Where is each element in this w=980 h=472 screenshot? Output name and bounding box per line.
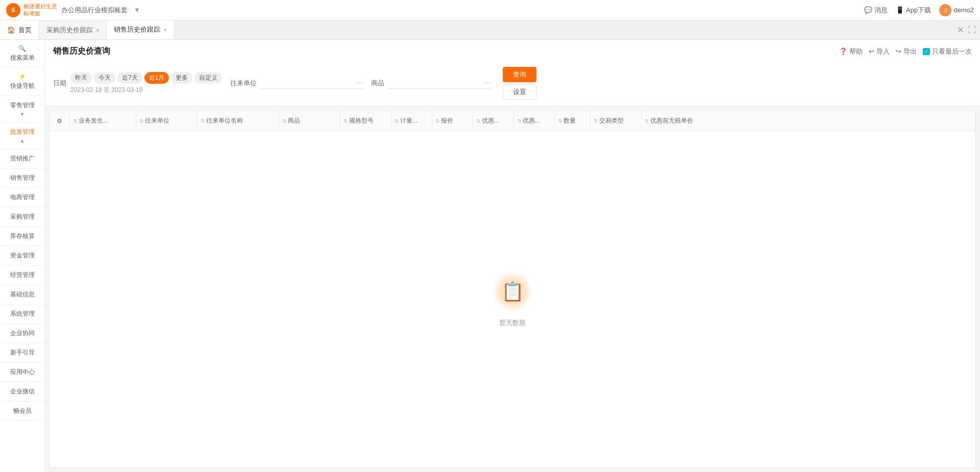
th-measure[interactable]: ⇅ 计量... bbox=[391, 112, 432, 129]
date-buttons: 昨天 今天 近7天 近1月 更多 自定义 bbox=[70, 72, 222, 84]
help-icon: ❓ bbox=[839, 48, 847, 55]
th-spec[interactable]: ⇅ 规格型号 bbox=[340, 112, 391, 129]
sidebar-item-finance[interactable]: 资金管理 bbox=[0, 246, 44, 266]
sort-icon-discount2: ⇅ bbox=[517, 118, 521, 124]
th-discount1[interactable]: ⇅ 优惠... bbox=[473, 112, 514, 129]
sidebar-item-quick[interactable]: ⚡ 快捷导航 bbox=[0, 68, 44, 96]
tab-sales[interactable]: 销售历史价跟踪 × bbox=[107, 20, 174, 39]
date-btn-custom[interactable]: 自定义 bbox=[194, 72, 222, 84]
unit-dots-button[interactable]: ··· bbox=[356, 78, 363, 87]
sidebar-item-enterprise-wx[interactable]: 企业微信 bbox=[0, 382, 44, 402]
tabbar: 🏠 首页 采购历史价跟踪 × 销售历史价跟踪 × ✕ ⛶ bbox=[0, 20, 980, 40]
date-btn-today[interactable]: 今天 bbox=[94, 72, 115, 84]
th-product[interactable]: ⇅ 商品 bbox=[279, 112, 340, 129]
content-area: 销售历史价查询 ❓ 帮助 ↩ 导入 ↪ 导出 ✓ bbox=[45, 40, 980, 472]
sidebar-item-purchase[interactable]: 采购管理 bbox=[0, 207, 44, 227]
date-btn-yesterday[interactable]: 昨天 bbox=[70, 72, 92, 84]
user-menu[interactable]: d demo2 bbox=[939, 4, 974, 16]
sidebar-item-app-center[interactable]: 应用中心 bbox=[0, 363, 44, 382]
unit-filter-group: 往来单位 ··· bbox=[230, 78, 363, 89]
sidebar-item-search[interactable]: 🔍 搜索菜单 bbox=[0, 40, 44, 68]
date-btn-last7[interactable]: 近7天 bbox=[117, 72, 142, 84]
sidebar-item-inventory[interactable]: 库存核算 bbox=[0, 227, 44, 246]
home-icon: 🏠 bbox=[7, 26, 15, 34]
product-input-wrap: ··· bbox=[388, 78, 491, 89]
logo-area: 6 畅捷通好生意 标准版 bbox=[6, 3, 57, 17]
empty-illustration: 📋 bbox=[492, 271, 533, 312]
unit-input-wrap: ··· bbox=[261, 78, 363, 89]
sort-icon-unit: ⇅ bbox=[139, 118, 143, 124]
app-download-button[interactable]: 📱 App下载 bbox=[896, 6, 931, 15]
product-input[interactable] bbox=[388, 79, 482, 86]
message-button[interactable]: 💬 消息 bbox=[864, 6, 888, 15]
unit-filter-label: 往来单位 bbox=[230, 79, 257, 88]
date-btn-more[interactable]: 更多 bbox=[171, 72, 192, 84]
maximize-button[interactable]: ⛶ bbox=[968, 26, 976, 35]
page-title: 销售历史价查询 bbox=[53, 46, 110, 57]
sort-icon-trade: ⇅ bbox=[594, 118, 598, 124]
sort-icon-notax: ⇅ bbox=[645, 118, 649, 124]
close-sales-tab[interactable]: × bbox=[163, 27, 166, 33]
tab-home[interactable]: 🏠 首页 bbox=[0, 20, 39, 39]
avatar: d bbox=[939, 4, 951, 16]
date-filter-group: 日期 昨天 今天 近7天 近1月 更多 自定义 2023-02-18 至 202… bbox=[53, 72, 222, 95]
tab-spacer bbox=[175, 20, 953, 39]
query-button[interactable]: 查询 bbox=[503, 67, 536, 82]
sidebar-item-wholesale[interactable]: 批发管理 ▲ bbox=[0, 123, 44, 149]
message-icon: 💬 bbox=[864, 6, 872, 14]
topbar-right: 💬 消息 📱 App下载 d demo2 bbox=[864, 4, 974, 16]
page-header: 销售历史价查询 ❓ 帮助 ↩ 导入 ↪ 导出 ✓ bbox=[45, 40, 980, 106]
table-header: ⚙ ⇅ 业务发生... ⇅ 往来单位 ⇅ 往来单位名称 ⇅ 商品 bbox=[50, 111, 975, 131]
product-dots-button[interactable]: ··· bbox=[484, 78, 491, 87]
sort-icon-discount1: ⇅ bbox=[476, 118, 480, 124]
th-notax-price[interactable]: ⇅ 优惠前无税单价 bbox=[642, 112, 975, 129]
import-button[interactable]: ↩ 导入 bbox=[869, 47, 890, 56]
sidebar-item-newbie[interactable]: 新手引导 bbox=[0, 343, 44, 363]
export-icon: ↪ bbox=[896, 48, 901, 55]
sidebar-item-retail[interactable]: 零售管理 ▼ bbox=[0, 96, 44, 123]
sort-icon-price: ⇅ bbox=[435, 118, 439, 124]
sidebar-item-enterprise[interactable]: 企业协同 bbox=[0, 324, 44, 343]
sidebar-item-basic[interactable]: 基础信息 bbox=[0, 285, 44, 304]
th-unit-name[interactable]: ⇅ 往来单位名称 bbox=[198, 112, 279, 129]
only-last-checkbox[interactable]: ✓ 只看最后一次 bbox=[923, 47, 972, 56]
unit-input[interactable] bbox=[261, 79, 354, 86]
checkbox-icon: ✓ bbox=[923, 48, 930, 55]
th-trade-type[interactable]: ⇅ 交易类型 bbox=[591, 112, 642, 129]
sidebar-item-vip[interactable]: 畅会员 bbox=[0, 402, 44, 421]
help-button[interactable]: ❓ 帮助 bbox=[839, 47, 863, 56]
page-title-row: 销售历史价查询 ❓ 帮助 ↩ 导入 ↪ 导出 ✓ bbox=[53, 46, 972, 57]
tab-purchase[interactable]: 采购历史价跟踪 × bbox=[39, 20, 107, 39]
main-layout: 🔍 搜索菜单 ⚡ 快捷导航 零售管理 ▼ 批发管理 ▲ 营销推广 销售管理 电商… bbox=[0, 40, 980, 472]
sort-icon-qty: ⇅ bbox=[558, 118, 562, 124]
search-icon: 🔍 bbox=[18, 45, 26, 52]
topbar-dropdown-icon[interactable]: ▼ bbox=[134, 6, 140, 14]
sidebar-item-ecommerce[interactable]: 电商管理 bbox=[0, 188, 44, 207]
gear-icon: ⚙ bbox=[57, 117, 62, 125]
sort-icon-spec: ⇅ bbox=[344, 118, 348, 124]
date-range-text: 2023-02-18 至 2023-03-18 bbox=[70, 86, 222, 95]
sidebar-item-marketing[interactable]: 营销推广 bbox=[0, 149, 44, 169]
tab-controls: ✕ ⛶ bbox=[953, 20, 980, 39]
sidebar-item-sales-mgmt[interactable]: 销售管理 bbox=[0, 169, 44, 188]
date-filter-label: 日期 bbox=[53, 79, 66, 88]
product-filter-group: 商品 ··· bbox=[371, 78, 491, 89]
sort-icon-product: ⇅ bbox=[282, 118, 286, 124]
table-area: ⚙ ⇅ 业务发生... ⇅ 往来单位 ⇅ 往来单位名称 ⇅ 商品 bbox=[49, 110, 976, 468]
th-price[interactable]: ⇅ 报价 bbox=[432, 112, 473, 129]
close-purchase-tab[interactable]: × bbox=[96, 27, 99, 33]
sidebar-item-system[interactable]: 系统管理 bbox=[0, 304, 44, 324]
th-business-date[interactable]: ⇅ 业务发生... bbox=[70, 112, 136, 129]
empty-state: 📋 暂无数据 bbox=[50, 131, 975, 467]
import-icon: ↩ bbox=[869, 48, 874, 55]
th-discount2[interactable]: ⇅ 优惠... bbox=[514, 112, 555, 129]
app-icon: 📱 bbox=[896, 6, 904, 14]
export-button[interactable]: ↪ 导出 bbox=[896, 47, 917, 56]
th-unit-code[interactable]: ⇅ 往来单位 bbox=[136, 112, 198, 129]
th-qty[interactable]: ⇅ 数量 bbox=[555, 112, 591, 129]
sidebar-item-operations[interactable]: 经营管理 bbox=[0, 266, 44, 285]
th-gear[interactable]: ⚙ bbox=[50, 113, 70, 129]
date-btn-last1month[interactable]: 近1月 bbox=[144, 72, 169, 84]
close-all-tabs-button[interactable]: ✕ bbox=[957, 25, 964, 35]
settings-button[interactable]: 设置 bbox=[503, 84, 536, 100]
